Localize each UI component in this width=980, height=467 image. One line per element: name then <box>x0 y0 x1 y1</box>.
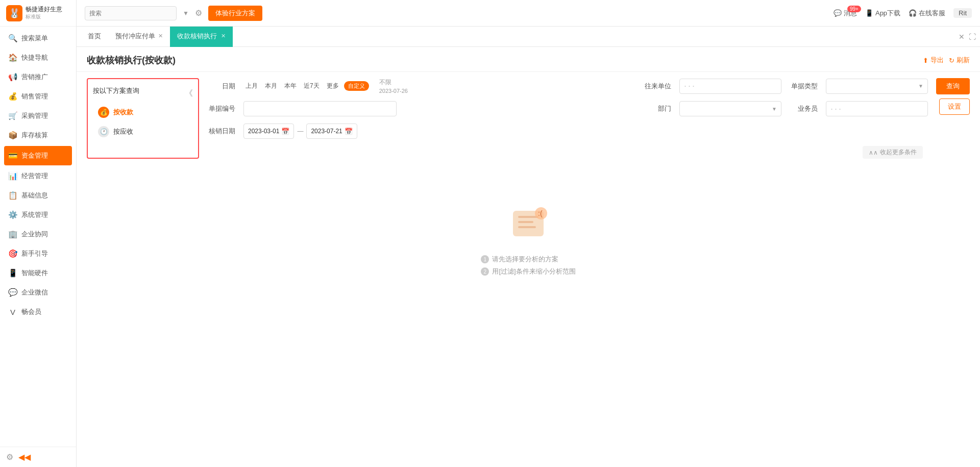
sales-icon: 💰 <box>8 92 17 101</box>
tab-expand-icon[interactable]: ⛶ <box>969 33 976 41</box>
page-title-bar: 收款核销执行(按收款) ⬆ 导出 ↻ 刷新 <box>77 47 980 72</box>
sidebar-item-finance[interactable]: 💳 资金管理 <box>4 146 72 165</box>
collapse-sidebar-btn[interactable]: ◀◀ <box>18 452 31 462</box>
export-button[interactable]: ⬆ 导出 <box>923 56 944 65</box>
sidebar-item-purchase[interactable]: 🛒 采购管理 <box>0 106 76 126</box>
tab-home[interactable]: 首页 <box>81 27 108 47</box>
writeoff-date-range: 2023-03-01 📅 — 2023-07-21 📅 <box>243 124 357 139</box>
sidebar-item-enterprise[interactable]: 🏢 企业协同 <box>0 225 76 244</box>
date-this-year[interactable]: 本年 <box>282 81 299 91</box>
logo-icon: 🐰 <box>6 5 22 21</box>
date-custom-badge[interactable]: 自定义 <box>344 81 369 91</box>
employee-filter-dots[interactable]: ··· <box>826 101 928 116</box>
by-receivable-icon: 🕐 <box>98 126 109 137</box>
tab-bar: 首页 预付冲应付单 ✕ 收款核销执行 ✕ ✕ ⛶ <box>77 27 980 47</box>
writeoff-to-picker[interactable]: 2023-07-21 📅 <box>306 124 357 139</box>
svg-rect-1 <box>518 216 538 218</box>
header-left: ▼ ⚙ 体验行业方案 <box>85 6 262 21</box>
sidebar-item-inventory[interactable]: 📦 库存核算 <box>0 126 76 145</box>
chevron-up-icon: ∧∧ <box>869 149 878 156</box>
sidebar-item-operation[interactable]: 📊 经营管理 <box>0 166 76 186</box>
date-last-7days[interactable]: 近7天 <box>302 81 322 91</box>
date-this-month[interactable]: 本月 <box>263 81 279 91</box>
sidebar-item-sales[interactable]: 💰 销售管理 <box>0 87 76 106</box>
sidebar-logo: 🐰 畅捷通好生意 标准版 <box>0 0 76 27</box>
filter-row-3: 核销日期 2023-03-01 📅 — 2023-07-21 📅 <box>207 124 928 139</box>
svg-text::(: :( <box>538 209 543 217</box>
customer-filter-dots[interactable]: ··· <box>679 79 781 94</box>
guide-icon: 🎯 <box>8 249 17 258</box>
sidebar-item-marketing[interactable]: 📢 营销推广 <box>0 67 76 87</box>
enterprise-icon: 🏢 <box>8 230 17 239</box>
query-button[interactable]: 查询 <box>936 78 970 94</box>
member-icon: V <box>8 308 17 316</box>
date-last-month[interactable]: 上月 <box>243 81 260 91</box>
finance-icon: 💳 <box>8 151 17 160</box>
sidebar-item-hardware[interactable]: 📱 智能硬件 <box>0 263 76 283</box>
app-download-button[interactable]: 📱 App下载 <box>865 9 900 18</box>
sidebar-nav: 🔍 搜索菜单 🏠 快捷导航 📢 营销推广 💰 销售管理 🛒 采购管理 📦 库存核… <box>0 27 76 447</box>
message-button[interactable]: 💬 消息 99+ <box>834 9 857 18</box>
order-type-arrow-icon: ▼ <box>918 83 923 89</box>
writeoff-from-calendar-icon: 📅 <box>281 128 289 135</box>
settings-button[interactable]: 设置 <box>939 99 970 115</box>
filter-panel-title: 按以下方案查询 <box>93 84 139 97</box>
empty-illustration: :( <box>503 195 554 247</box>
header-search-input[interactable] <box>85 6 177 20</box>
header-right: 💬 消息 99+ 📱 App下载 🎧 在线客服 Rit <box>834 8 972 18</box>
order-type-select[interactable]: ▼ <box>826 79 928 94</box>
message-icon: 💬 <box>834 9 842 17</box>
sidebar-item-search[interactable]: 🔍 搜索菜单 <box>0 29 76 48</box>
refresh-icon: ↻ <box>949 57 954 64</box>
sidebar-item-basic-info[interactable]: 📋 基础信息 <box>0 186 76 205</box>
order-num-input[interactable] <box>243 101 397 116</box>
date-more[interactable]: 更多 <box>325 81 341 91</box>
dept-select[interactable]: ▼ <box>679 101 781 116</box>
filter-panel-right: 日期 上月 本月 本年 近7天 更多 自定义 不限 2023-07-26 <box>207 78 928 159</box>
tab-receipt-writeoff-close-icon[interactable]: ✕ <box>221 33 226 39</box>
dept-arrow-icon: ▼ <box>772 106 777 112</box>
writeoff-to-value: 2023-07-21 <box>311 128 342 135</box>
settings-gear-icon[interactable]: ⚙ <box>195 8 202 18</box>
tab-receipt-writeoff[interactable]: 收款核销执行 ✕ <box>170 27 233 47</box>
sidebar-item-member[interactable]: V 畅会员 <box>0 302 76 322</box>
online-service-button[interactable]: 🎧 在线客服 <box>909 9 945 18</box>
filter-option-by-receivable[interactable]: 🕐 按应收 <box>93 122 193 141</box>
page-actions: ⬆ 导出 ↻ 刷新 <box>923 56 970 65</box>
purchase-icon: 🛒 <box>8 111 17 120</box>
tab-prepay-close-icon[interactable]: ✕ <box>158 33 163 39</box>
filter-area: 按以下方案查询 《 💰 按收款 🕐 按应收 <box>77 72 980 165</box>
logo-text: 畅捷通好生意 标准版 <box>26 6 62 21</box>
operation-icon: 📊 <box>8 171 17 181</box>
filter-action-buttons: 查询 设置 <box>936 78 970 159</box>
tab-prepay[interactable]: 预付冲应付单 ✕ <box>108 27 170 47</box>
solution-button[interactable]: 体验行业方案 <box>208 6 262 21</box>
message-badge: 99+ <box>847 6 861 12</box>
filter-option-by-receipt[interactable]: 💰 按收款 <box>93 103 193 122</box>
user-profile[interactable]: Rit <box>953 8 972 18</box>
main-area: ▼ ⚙ 体验行业方案 💬 消息 99+ 📱 App下载 🎧 在线客服 Rit 首… <box>77 0 980 467</box>
search-icon: 🔍 <box>8 34 17 43</box>
dept-label: 部门 <box>643 104 671 113</box>
collapse-more-button[interactable]: ∧∧ 收起更多条件 <box>863 146 923 159</box>
settings-icon[interactable]: ⚙ <box>6 452 13 462</box>
order-type-label: 单据类型 <box>790 82 818 91</box>
tab-close-all-icon[interactable]: ✕ <box>959 33 965 41</box>
sidebar-item-system[interactable]: ⚙️ 系统管理 <box>0 205 76 225</box>
empty-state: :( 1 请先选择要分析的方案 2 用[过滤]条件来缩小分析范围 <box>77 165 980 300</box>
page-title: 收款核销执行(按收款) <box>87 54 176 66</box>
refresh-button[interactable]: ↻ 刷新 <box>949 56 970 65</box>
sidebar-item-wechat[interactable]: 💬 企业微信 <box>0 283 76 302</box>
dropdown-arrow-icon[interactable]: ▼ <box>183 10 189 17</box>
top-header: ▼ ⚙ 体验行业方案 💬 消息 99+ 📱 App下载 🎧 在线客服 Rit <box>77 0 980 27</box>
page-content: 收款核销执行(按收款) ⬆ 导出 ↻ 刷新 按以下方案 <box>77 47 980 467</box>
sidebar-bottom: ⚙ ◀◀ <box>0 447 76 467</box>
collapse-filter-left-icon[interactable]: 《 <box>185 88 193 99</box>
writeoff-from-picker[interactable]: 2023-03-01 📅 <box>243 124 294 139</box>
writeoff-from-value: 2023-03-01 <box>248 128 279 135</box>
sidebar-item-guide[interactable]: 🎯 新手引导 <box>0 244 76 263</box>
sidebar-item-quick-nav[interactable]: 🏠 快捷导航 <box>0 48 76 67</box>
writeoff-to-calendar-icon: 📅 <box>345 128 353 135</box>
hardware-icon: 📱 <box>8 268 17 278</box>
writeoff-date-label: 核销日期 <box>207 127 235 136</box>
